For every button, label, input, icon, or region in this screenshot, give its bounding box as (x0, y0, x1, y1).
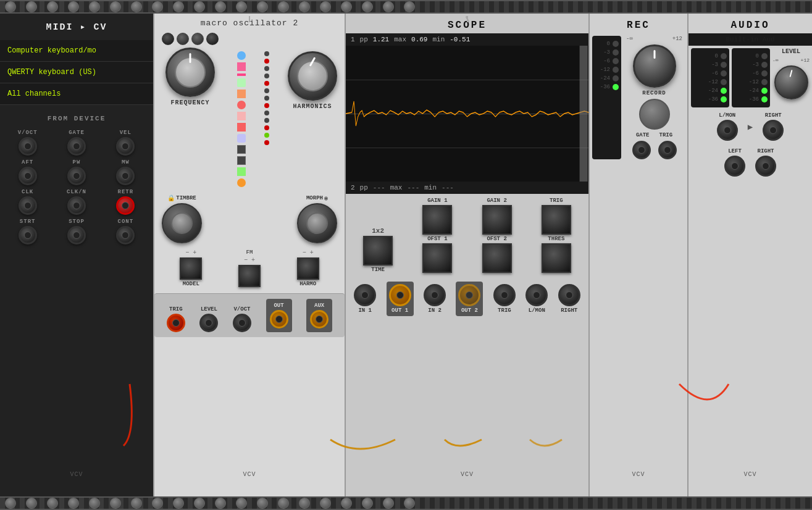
screw (278, 1, 289, 12)
icon-saw (237, 62, 246, 71)
midi-cv-item-qwerty[interactable]: QWERTY keyboard (US) (0, 62, 153, 83)
trig-port[interactable] (167, 314, 185, 332)
vu-dot-4 (613, 75, 619, 82)
frequency-knob[interactable] (165, 48, 215, 97)
morph-knob[interactable] (297, 203, 337, 243)
trig-rec-port[interactable] (658, 141, 677, 159)
audio-vu-r-0: 0 (734, 53, 768, 59)
screw (26, 498, 37, 509)
scope-ch2-pp-label: pp (360, 184, 368, 191)
morph-knob-group: MORPH ◉ (297, 194, 337, 243)
trig-port-group: TRIG (167, 306, 185, 332)
midi-cv-item-channels[interactable]: All channels (0, 83, 153, 105)
lmon-input-group: L/MON (717, 112, 738, 141)
morph-icon: ◉ (324, 194, 328, 202)
trig-port-label: TRIG (169, 306, 183, 312)
screw (236, 1, 247, 12)
gain1-label: GAIN 1 (427, 198, 447, 204)
model-knob[interactable] (180, 257, 202, 280)
screw (89, 1, 100, 12)
gate-rec-port[interactable] (632, 141, 651, 159)
waveform-cursor (580, 46, 588, 182)
in1-port[interactable] (354, 284, 376, 306)
audio-level-knob[interactable] (774, 65, 808, 99)
voct-port[interactable] (233, 314, 251, 332)
audio-vu-r-dot-0 (761, 53, 768, 59)
icon-chord (237, 90, 246, 98)
vel-jack[interactable] (116, 137, 135, 156)
lmon-scope-port[interactable] (525, 284, 548, 306)
audio-vu-l-dot-5 (721, 96, 727, 102)
audio-vu-r-dot-4 (761, 88, 768, 94)
ofst1-knob[interactable] (422, 243, 452, 273)
small-knob-4[interactable] (206, 33, 219, 45)
trig-port-scope[interactable] (493, 284, 516, 306)
time-knob[interactable] (363, 236, 393, 265)
dot4 (264, 88, 269, 93)
mw-jack[interactable] (116, 167, 135, 185)
trig-knob[interactable] (542, 205, 571, 235)
fm-knob[interactable] (238, 265, 261, 287)
gate-label: GATE (636, 132, 650, 138)
level-port-group: LEVEL (199, 306, 218, 332)
screw (236, 498, 247, 509)
top-rail (0, 0, 812, 14)
out-port[interactable] (270, 310, 288, 328)
screw (215, 1, 226, 12)
thres-label: THRES (548, 236, 564, 242)
audio-vu-right: 0 -3 -6 -12 -24 (732, 48, 770, 107)
timbre-knob-group: 🔒 TIMBRE (162, 194, 202, 243)
frequency-label: FREQUENCY (170, 99, 209, 106)
icon-tri (237, 78, 246, 87)
rec-button[interactable] (639, 99, 670, 130)
aux-port[interactable] (310, 310, 329, 328)
ofst2-knob[interactable] (482, 243, 512, 273)
right-input-port[interactable] (763, 120, 784, 141)
scope-ch1-bar: 1 pp 1.21 max 0.69 min -0.51 (346, 33, 588, 46)
gain1-group: GAIN 1 OFST 1 (422, 198, 452, 273)
right-scope-port[interactable] (558, 284, 580, 306)
clk-jack[interactable] (19, 196, 37, 215)
bottom-rail-screws (0, 498, 812, 509)
stop-jack[interactable] (67, 226, 86, 245)
rec-port-row (632, 141, 677, 159)
voct-jack[interactable] (19, 137, 37, 156)
small-knob-2[interactable] (177, 33, 189, 45)
midi-cv-item-keyboard[interactable]: Computer keyboard/mo (0, 40, 153, 62)
trig-port-scope-label: TRIG (498, 307, 511, 314)
frequency-knob-group: FREQUENCY (162, 33, 219, 106)
thres-knob[interactable] (542, 243, 571, 273)
gain1-knob[interactable] (422, 205, 452, 235)
audio-vu-l-4: -24 (693, 88, 727, 94)
timbre-knob[interactable] (162, 203, 202, 243)
scope-ch1-max-val: 0.69 (411, 36, 427, 43)
aft-jack[interactable] (19, 167, 37, 185)
frequency-knob-marker (190, 53, 191, 63)
level-port[interactable] (199, 314, 218, 332)
clkn-jack[interactable] (67, 196, 86, 215)
scope-ch1-pp-label: pp (360, 36, 368, 43)
right-output-port[interactable] (755, 156, 776, 177)
in2-port[interactable] (424, 284, 446, 306)
cont-jack[interactable] (116, 226, 135, 245)
harmo-knob[interactable] (297, 257, 319, 280)
lmon-input-port[interactable] (717, 120, 738, 141)
out1-port[interactable] (389, 284, 411, 306)
screw (194, 1, 205, 12)
gain2-knob[interactable] (482, 205, 512, 235)
audio-title: AUDIO (689, 14, 812, 33)
audio-device[interactable]: Built-in Aud (689, 33, 812, 46)
harmonics-knob[interactable] (288, 51, 337, 101)
scope-multiplier: 1x2 TIME (363, 227, 393, 273)
strt-jack[interactable] (19, 226, 37, 245)
audio-vu-r-5: -36 (734, 96, 768, 102)
rec-main-knob[interactable] (633, 44, 676, 88)
retr-jack[interactable] (116, 196, 135, 215)
out2-port[interactable] (458, 284, 480, 306)
gate-jack[interactable] (67, 137, 86, 156)
pw-jack[interactable] (67, 167, 86, 185)
gain2-group: GAIN 2 OFST 2 (482, 198, 512, 273)
small-knob-1[interactable] (162, 33, 174, 45)
small-knob-3[interactable] (191, 33, 204, 45)
left-output-port[interactable] (724, 156, 745, 177)
